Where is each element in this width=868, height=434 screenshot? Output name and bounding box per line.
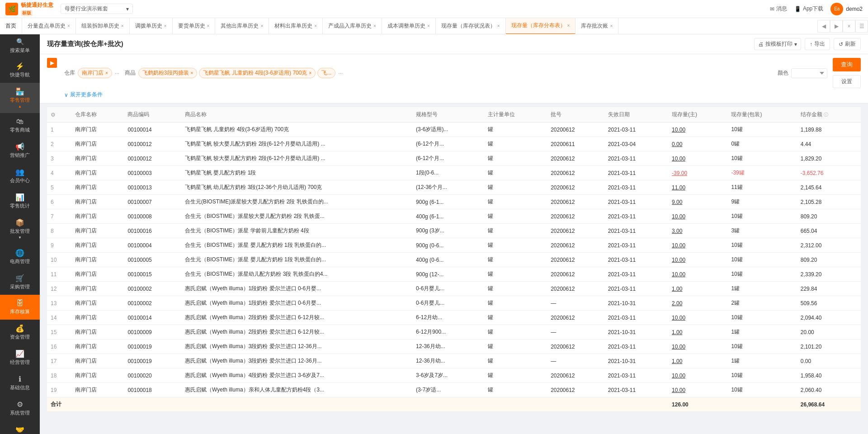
close-icon[interactable]: × (260, 24, 263, 28)
sidebar-item-cooperation[interactable]: 🤝 企业协同 (0, 421, 40, 434)
sidebar-item-retail-shop[interactable]: 🛍 零售商城 (0, 113, 40, 138)
cell-stock-main[interactable]: 3.00 (668, 224, 727, 238)
cell-stock-main[interactable]: 11.00 (668, 180, 727, 195)
refresh-btn[interactable]: ↺ 刷新 (834, 38, 861, 50)
close-icon[interactable]: × (314, 24, 317, 28)
warehouse-tags: 南岸门店 × (78, 68, 112, 78)
sidebar-item-ecommerce[interactable]: 🌐 电商管理 (0, 244, 40, 269)
cell-stock-main[interactable]: 1.00 (668, 282, 727, 296)
cell-stock-main[interactable]: 10.00 (668, 340, 727, 354)
workspace-selector[interactable]: 母婴行业演示账套 ▾ (61, 4, 133, 14)
tag-close-icon[interactable]: × (309, 71, 311, 75)
close-icon[interactable]: × (164, 24, 167, 28)
table-row: 11 南岸门店 00100015 合生元（BIOSTIME）派星幼儿配方奶粉 3… (47, 267, 861, 282)
tab-material-out[interactable]: 材料出库单历史 × (269, 18, 323, 34)
cell-expire: 2021-03-11 (604, 195, 668, 209)
sidebar-item-wholesale[interactable]: 📦 批发管理 ▼ (0, 214, 40, 244)
sidebar-item-retail-mgmt[interactable]: 🏪 零售管理 ▲ (0, 83, 40, 113)
tab-requisition[interactable]: 要货单历史 × (173, 18, 216, 34)
product-tag-2[interactable]: 飞鹤星飞帆 儿童奶粉 4段(3-6岁适用) 700克 × (199, 68, 316, 78)
nav-menu-btn[interactable]: ☰ (855, 20, 868, 33)
sidebar-item-inventory[interactable]: 🗄 库存核算 (0, 295, 40, 320)
cell-stock-main[interactable]: 0.00 (668, 137, 727, 151)
sidebar-item-finance[interactable]: 💰 资金管理 (0, 320, 40, 345)
sidebar-item-basic-info[interactable]: ℹ 基础信息 (0, 370, 40, 396)
cell-stock-pkg: 10罐 (727, 311, 797, 325)
warehouse-tag[interactable]: 南岸门店 × (78, 68, 112, 78)
expand-more-btn[interactable]: ∨ 展开更多条件 (64, 91, 861, 99)
close-icon[interactable]: × (373, 24, 376, 28)
cell-stock-main[interactable]: 1.00 (668, 325, 727, 340)
cell-stock-main[interactable]: 10.00 (668, 151, 727, 166)
sidebar-item-system[interactable]: ⚙ 系统管理 (0, 396, 40, 421)
tag-close-icon[interactable]: × (105, 71, 108, 75)
wholesale-icon: 📦 (15, 218, 24, 227)
sidebar-item-retail-stats[interactable]: 📊 零售统计 (0, 189, 40, 214)
product-tag-1[interactable]: 飞鹤奶粉3段丙搪装 × (138, 68, 198, 78)
cell-stock-main[interactable]: 10.00 (668, 123, 727, 137)
tab-label: 库存批次账 (581, 22, 608, 30)
sidebar-item-marketing[interactable]: 📢 营销推广 (0, 138, 40, 163)
th-expire: 失效日期 (604, 107, 668, 123)
export-btn[interactable]: ↑ 导出 (805, 38, 830, 50)
cell-stock-main[interactable]: 10.00 (668, 209, 727, 224)
cell-stock-main[interactable]: 10.00 (668, 267, 727, 282)
cell-spec: 0-6月婴儿... (412, 282, 484, 296)
user-menu[interactable]: Ea demo2 (830, 3, 863, 15)
tab-transfer[interactable]: 调拨单历史 × (130, 18, 173, 34)
cell-spec: 900g (0-6... (412, 238, 484, 253)
app-download-btn[interactable]: 📱 App下载 (794, 5, 823, 13)
sidebar-item-quick-nav[interactable]: ⚡ 快捷导航 (0, 57, 40, 83)
cell-product-name: 飞鹤星飞帆 较大婴儿配方奶粉 2段(6-12个月婴幼儿适用) ... (181, 137, 412, 151)
message-btn[interactable]: ✉ 消息 (770, 5, 787, 13)
tab-other-out[interactable]: 其他出库单历史 × (215, 18, 269, 34)
settings-button[interactable]: 设置 (833, 75, 861, 88)
tab-stock-dist[interactable]: 现存量（库存分布表） × (506, 18, 576, 34)
tab-product-in[interactable]: 产成品入库单历史 × (323, 18, 382, 34)
cell-product-code: 00100008 (124, 209, 181, 224)
cell-stock-main[interactable]: 10.00 (668, 383, 727, 397)
cell-stock-main[interactable]: 10.00 (668, 253, 727, 267)
close-icon[interactable]: × (121, 24, 124, 28)
refresh-icon: ↺ (839, 41, 843, 47)
cell-index: 12 (47, 282, 71, 296)
tab-cost-adjust[interactable]: 成本调整单历史 × (382, 18, 436, 34)
nav-next-btn[interactable]: ▶ (830, 20, 843, 33)
cell-stock-pkg: 0罐 (727, 137, 797, 151)
product-tag-more[interactable]: 飞... (317, 68, 335, 78)
cell-index: 5 (47, 180, 71, 195)
info-icon[interactable]: ⓘ (824, 112, 828, 117)
sidebar-item-member[interactable]: 👥 会员中心 (0, 163, 40, 189)
close-icon[interactable]: × (67, 24, 70, 28)
tab-stock-batch[interactable]: 库存批次账 × (576, 18, 618, 34)
cell-stock-main[interactable]: 9.00 (668, 195, 727, 209)
tab-home[interactable]: 首页 (0, 18, 22, 34)
close-icon[interactable]: × (567, 23, 570, 28)
cell-stock-main[interactable]: -39.00 (668, 166, 727, 180)
sidebar-item-operations[interactable]: 📈 经营管理 (0, 345, 40, 370)
tab-inventory-count[interactable]: 分量盘点单历史 × (22, 18, 76, 34)
cell-stock-main[interactable]: 10.00 (668, 311, 727, 325)
query-button[interactable]: 查询 (833, 58, 861, 71)
nav-prev-btn[interactable]: ◀ (817, 20, 830, 33)
close-icon[interactable]: × (610, 24, 613, 28)
close-icon[interactable]: × (207, 24, 210, 28)
print-btn[interactable]: 🖨 按模板打印 ▾ (754, 38, 801, 50)
color-filter-select[interactable] (791, 68, 827, 78)
settings-icon[interactable]: ⚙ (51, 112, 56, 118)
tag-close-icon[interactable]: × (191, 71, 193, 75)
cell-stock-main[interactable]: 10.00 (668, 238, 727, 253)
close-icon[interactable]: × (427, 24, 430, 28)
cell-stock-main[interactable]: 10.00 (668, 368, 727, 383)
tab-assembly[interactable]: 组装拆卸单历史 × (76, 18, 130, 34)
filter-more-icon[interactable]: ··· (115, 70, 119, 76)
cell-stock-main[interactable]: 1.00 (668, 354, 727, 368)
filter-more-icon[interactable]: ··· (338, 70, 343, 76)
cell-stock-main[interactable]: 2.00 (668, 296, 727, 311)
filter-expand-arrow[interactable]: ▶ (47, 58, 57, 68)
tab-stock-status[interactable]: 现存量（库存状况表） × (436, 18, 506, 34)
nav-close-btn[interactable]: × (843, 20, 855, 33)
close-icon[interactable]: × (497, 24, 500, 28)
sidebar-item-purchase[interactable]: 🛒 采购管理 (0, 269, 40, 295)
tab-label: 其他出库单历史 (221, 22, 259, 30)
